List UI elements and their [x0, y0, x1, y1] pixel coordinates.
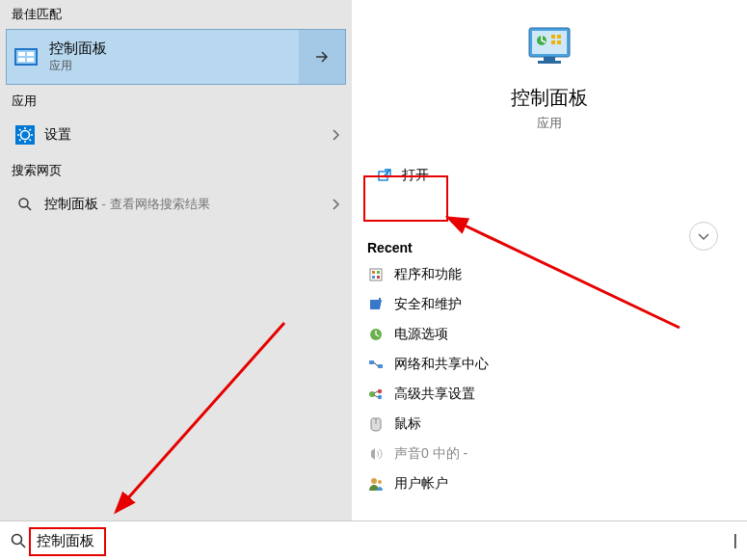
recent-item-label: 程序和功能	[394, 266, 462, 283]
svg-line-17	[27, 206, 31, 210]
recent-item-label: 安全和维护	[394, 296, 462, 313]
svg-point-39	[378, 388, 382, 392]
svg-rect-21	[551, 35, 555, 39]
apps-header: 应用	[0, 87, 352, 114]
svg-rect-5	[27, 58, 34, 62]
svg-rect-22	[557, 35, 561, 39]
recent-item-icon	[367, 476, 385, 492]
web-result-label: 控制面板	[44, 196, 98, 211]
svg-point-45	[378, 480, 382, 484]
web-result[interactable]: 控制面板 - 查看网络搜索结果	[0, 183, 352, 226]
svg-rect-25	[544, 57, 555, 61]
best-match-header: 最佳匹配	[0, 0, 352, 27]
svg-point-40	[378, 394, 382, 398]
svg-rect-31	[372, 276, 375, 279]
svg-point-44	[371, 478, 377, 484]
recent-list: 程序和功能安全和维护电源选项网络和共享中心高级共享设置鼠标声音0 中的 -用户帐…	[352, 259, 747, 498]
hero: 控制面板 应用	[352, 0, 747, 132]
recent-item-icon	[367, 357, 385, 372]
search-icon	[12, 197, 39, 212]
svg-rect-24	[557, 40, 561, 44]
recent-header: Recent	[352, 232, 747, 259]
hero-title: 控制面板	[352, 85, 747, 111]
recent-item-label: 电源选项	[394, 326, 448, 343]
recent-item[interactable]: 声音0 中的 -	[352, 439, 747, 468]
recent-item[interactable]: 高级共享设置	[352, 379, 747, 409]
svg-line-12	[19, 129, 21, 131]
result-subtitle: 应用	[49, 58, 299, 74]
svg-line-13	[30, 140, 32, 142]
settings-label: 设置	[39, 126, 331, 144]
recent-item-label: 用户帐户	[394, 475, 448, 493]
text-cursor: |	[734, 532, 737, 549]
recent-item-icon	[367, 327, 385, 342]
svg-rect-33	[379, 298, 381, 303]
svg-line-47	[21, 544, 26, 548]
svg-line-37	[374, 362, 378, 366]
recent-item-icon	[367, 297, 385, 312]
results-panel: 最佳匹配 控制面板 应用 应用 设置 搜索网页 控制面板 - 查看网络搜索结果	[0, 0, 352, 520]
svg-line-42	[374, 395, 378, 397]
result-title: 控制面板	[49, 40, 299, 58]
recent-item-label: 高级共享设置	[394, 386, 475, 403]
svg-rect-2	[18, 52, 25, 56]
settings-icon	[12, 125, 39, 145]
recent-item-label: 声音0 中的 -	[394, 445, 467, 463]
recent-item-label: 鼠标	[394, 415, 421, 433]
svg-line-41	[374, 391, 378, 393]
control-panel-large-icon	[528, 27, 571, 64]
svg-line-14	[19, 140, 21, 142]
recent-item-icon	[367, 446, 385, 462]
control-panel-icon	[7, 30, 45, 84]
svg-rect-35	[369, 360, 374, 364]
svg-rect-4	[18, 58, 25, 62]
svg-rect-27	[379, 172, 387, 180]
open-icon	[377, 168, 392, 183]
search-bar: |	[0, 520, 747, 560]
chevron-right-icon	[331, 198, 340, 211]
svg-point-46	[13, 535, 22, 545]
svg-point-38	[369, 391, 375, 397]
recent-item[interactable]: 鼠标	[352, 409, 747, 439]
search-input[interactable]	[35, 529, 739, 553]
svg-rect-32	[377, 276, 380, 279]
svg-rect-19	[532, 31, 567, 54]
open-label: 打开	[402, 167, 429, 184]
recent-item-icon	[367, 387, 385, 402]
search-icon	[10, 532, 27, 549]
recent-item-icon	[367, 267, 385, 282]
svg-point-16	[19, 199, 28, 207]
settings-result[interactable]: 设置	[0, 114, 352, 156]
search-web-header: 搜索网页	[0, 156, 352, 183]
recent-item[interactable]: 安全和维护	[352, 289, 747, 319]
expand-toggle[interactable]	[689, 222, 718, 251]
preview-panel: 控制面板 应用 打开 Recent 程序和功能安全和维护电源选项网络和共享中心高…	[352, 0, 747, 520]
svg-rect-36	[378, 364, 383, 368]
chevron-right-icon	[331, 128, 340, 142]
svg-rect-30	[377, 271, 380, 274]
svg-rect-3	[27, 52, 34, 56]
svg-rect-26	[538, 61, 561, 64]
svg-rect-28	[370, 269, 382, 280]
hero-subtitle: 应用	[352, 115, 747, 132]
best-match-result[interactable]: 控制面板 应用	[6, 29, 346, 85]
svg-line-15	[30, 129, 32, 131]
recent-item-label: 网络和共享中心	[394, 356, 489, 373]
recent-item[interactable]: 程序和功能	[352, 259, 747, 289]
expand-result-button[interactable]	[299, 30, 345, 84]
recent-item[interactable]: 用户帐户	[352, 468, 747, 498]
recent-item[interactable]: 电源选项	[352, 319, 747, 349]
svg-rect-23	[551, 40, 555, 44]
recent-item[interactable]: 网络和共享中心	[352, 349, 747, 379]
open-button[interactable]: 打开	[363, 159, 448, 192]
web-result-sublabel: - 查看网络搜索结果	[98, 197, 210, 211]
recent-item-icon	[367, 416, 385, 432]
svg-rect-29	[372, 271, 375, 274]
